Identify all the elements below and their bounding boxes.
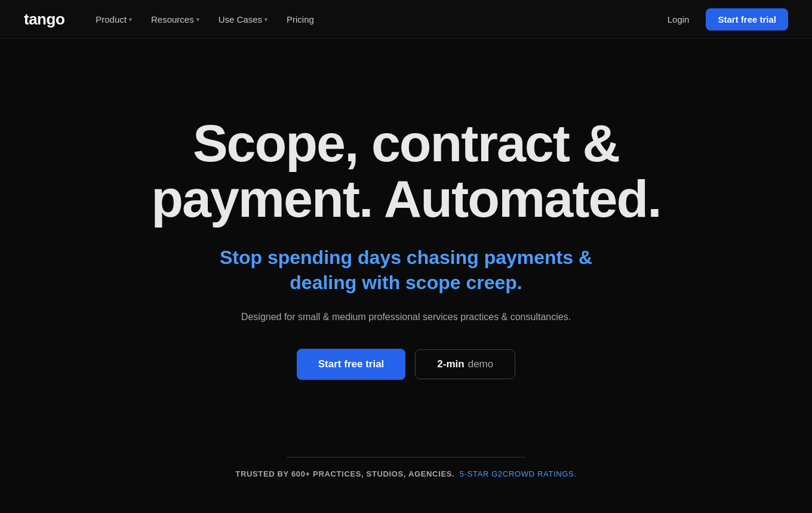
- trust-text-highlight: 5-STAR G2CROWD RATINGS.: [460, 469, 577, 478]
- demo-word-label: demo: [468, 358, 494, 370]
- login-button[interactable]: Login: [660, 11, 697, 28]
- chevron-down-icon: ▾: [196, 16, 199, 23]
- start-trial-nav-button[interactable]: Start free trial: [706, 8, 788, 30]
- nav-item-product-label: Product: [96, 14, 127, 24]
- nav-item-use-cases[interactable]: Use Cases ▾: [211, 11, 275, 28]
- trust-divider: [287, 457, 525, 457]
- hero-subtitle: Stop spending days chasing payments & de…: [197, 245, 615, 295]
- trust-text: TRUSTED BY 600+ PRACTICES, STUDIOS, AGEN…: [235, 469, 576, 478]
- nav-right: Login Start free trial: [660, 8, 788, 30]
- demo-button[interactable]: 2-min demo: [415, 349, 515, 379]
- demo-min-label: 2-min: [437, 358, 464, 370]
- nav-item-use-cases-label: Use Cases: [219, 14, 262, 24]
- start-trial-hero-button[interactable]: Start free trial: [297, 349, 406, 380]
- nav-item-product[interactable]: Product ▾: [88, 11, 139, 28]
- chevron-down-icon: ▾: [264, 16, 267, 23]
- logo[interactable]: tango: [24, 10, 64, 29]
- navbar: tango Product ▾ Resources ▾ Use Cases ▾ …: [0, 0, 812, 39]
- hero-title: Scope, contract & payment. Automated.: [137, 116, 675, 226]
- nav-item-resources[interactable]: Resources ▾: [144, 11, 207, 28]
- hero-description: Designed for small & medium professional…: [241, 309, 571, 325]
- nav-left: tango Product ▾ Resources ▾ Use Cases ▾ …: [24, 10, 321, 29]
- trust-text-bold: TRUSTED BY 600+ PRACTICES, STUDIOS, AGEN…: [235, 469, 454, 478]
- nav-item-pricing-label: Pricing: [287, 14, 314, 24]
- chevron-down-icon: ▾: [129, 16, 132, 23]
- nav-item-pricing[interactable]: Pricing: [279, 11, 321, 28]
- hero-section: Scope, contract & payment. Automated. St…: [0, 39, 812, 445]
- nav-links: Product ▾ Resources ▾ Use Cases ▾ Pricin…: [88, 11, 321, 28]
- trust-section: TRUSTED BY 600+ PRACTICES, STUDIOS, AGEN…: [0, 445, 812, 502]
- nav-item-resources-label: Resources: [151, 14, 194, 24]
- hero-buttons: Start free trial 2-min demo: [297, 349, 515, 380]
